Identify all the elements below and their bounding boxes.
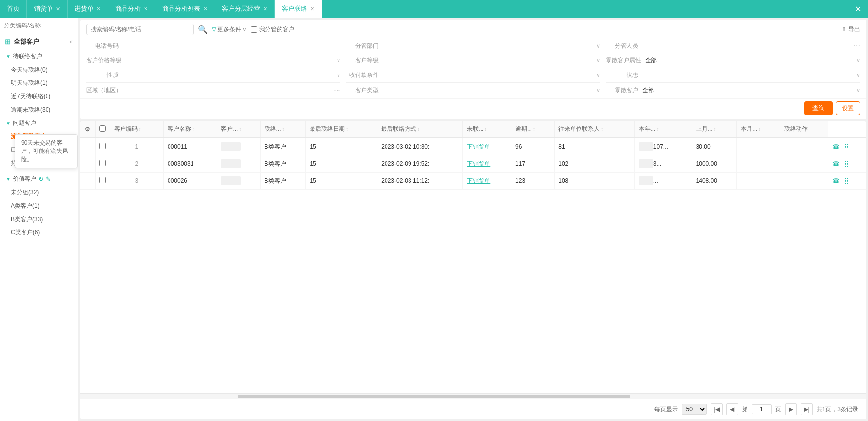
th-contacts[interactable]: 往来单位联系人↕ xyxy=(555,121,635,138)
filter-customer-type-input[interactable] xyxy=(383,87,595,94)
th-contact-num[interactable]: 联络...↕ xyxy=(260,121,306,138)
filter-customer-type-arrow[interactable]: ∨ xyxy=(596,87,600,94)
tab-customer-tier-close[interactable]: ✕ xyxy=(263,6,267,12)
row-actions[interactable]: ☎ ⣿ xyxy=(828,173,866,190)
tab-analysis-list-close[interactable]: ✕ xyxy=(203,6,208,12)
row-checkbox-cell[interactable] xyxy=(95,173,110,190)
first-page-button[interactable]: |◀ xyxy=(711,403,723,415)
tab-analysis-list[interactable]: 商品分析列表 ✕ xyxy=(155,0,215,18)
filter-price-tier-input[interactable] xyxy=(125,57,335,64)
filter-manager-dots[interactable]: ··· xyxy=(854,41,860,50)
sidebar-item-c-class[interactable]: C类客户(6) xyxy=(0,226,78,239)
filter-dept-input[interactable] xyxy=(383,42,595,49)
sidebar-item-overdue[interactable]: 逾期未联络(30) xyxy=(0,103,78,117)
refresh-icon-value[interactable]: ↻ xyxy=(38,175,44,183)
row-method-link[interactable]: 下销货单 xyxy=(467,177,490,184)
th-name[interactable]: 客户名称↕ xyxy=(163,121,217,138)
row-action-phone-icon[interactable]: ☎ xyxy=(832,143,840,150)
row-method-link[interactable]: 下销货单 xyxy=(467,143,490,150)
th-uncontacted[interactable]: 未联...↕ xyxy=(463,121,511,138)
sidebar-item-tomorrow[interactable]: 明天待联络(1) xyxy=(0,76,78,90)
row-last-method[interactable]: 下销货单 xyxy=(463,138,511,155)
row-last-method[interactable]: 下销货单 xyxy=(463,155,511,173)
filter-phone-input[interactable] xyxy=(122,42,340,49)
export-button[interactable]: ⇑ 导出 xyxy=(842,25,860,34)
sidebar-group-value[interactable]: ▼ 价值客户 ↻ ✎ xyxy=(0,173,78,186)
tab-customer-tier[interactable]: 客户分层经营 ✕ xyxy=(215,0,275,18)
row-checkbox[interactable] xyxy=(99,160,106,166)
prev-page-button[interactable]: ◀ xyxy=(726,403,738,415)
tab-analysis-close[interactable]: ✕ xyxy=(144,6,148,12)
th-customer-type[interactable]: 客户...↕ xyxy=(217,121,260,138)
sidebar-search-input[interactable] xyxy=(4,22,77,29)
filter-search-button[interactable]: 🔍 xyxy=(198,25,208,34)
sidebar-item-ungroup[interactable]: 未分组(32) xyxy=(0,186,78,199)
sidebar-group-pending[interactable]: ▼ 待联络客户 xyxy=(0,50,78,63)
filter-customer-tier-arrow[interactable]: ∨ xyxy=(596,57,600,64)
page-number-input[interactable]: 1 xyxy=(752,404,772,414)
tab-sales[interactable]: 销货单 ✕ xyxy=(27,0,68,18)
filter-price-tier-arrow[interactable]: ∨ xyxy=(337,57,340,64)
all-customers-header[interactable]: ⊞ 全部客户 « xyxy=(0,33,78,50)
row-checkbox-cell[interactable] xyxy=(95,155,110,173)
scroll-thumb[interactable] xyxy=(238,395,630,398)
filter-customer-tier-input[interactable] xyxy=(383,57,595,64)
filter-payment-arrow[interactable]: ∨ xyxy=(596,72,600,78)
row-action-more-icon[interactable]: ⣿ xyxy=(844,160,849,167)
tab-purchase-close[interactable]: ✕ xyxy=(96,6,101,12)
th-last-month[interactable]: 上月...↕ xyxy=(692,121,737,138)
filter-dept-arrow[interactable]: ∨ xyxy=(596,43,600,49)
last-page-button[interactable]: ▶| xyxy=(801,403,813,415)
filter-manager-input[interactable] xyxy=(642,42,851,49)
tab-customer-contact-close[interactable]: ✕ xyxy=(310,6,314,12)
tab-purchase[interactable]: 进货单 ✕ xyxy=(68,0,108,18)
filter-retail-attr-arrow[interactable]: ∨ xyxy=(856,57,860,64)
filter-region-dots[interactable]: ··· xyxy=(334,86,340,95)
th-checkbox[interactable] xyxy=(95,121,110,138)
row-action-phone-icon[interactable]: ☎ xyxy=(832,160,840,167)
table-scroll[interactable]: ⚙ 客户编码↕ 客户名称↕ 客户...↕ 联络...↕ 最后联络日期↕ 最后联络… xyxy=(80,121,866,393)
th-settings[interactable]: ⚙ xyxy=(80,121,95,138)
filter-payment-input[interactable] xyxy=(383,72,595,79)
sidebar-group-problem[interactable]: ▼ 问题客户 xyxy=(0,117,78,130)
th-this-year[interactable]: 本年...↕ xyxy=(635,121,692,138)
next-page-button[interactable]: ▶ xyxy=(785,403,797,415)
settings-button[interactable]: 设置 xyxy=(836,101,860,115)
filter-region-input[interactable] xyxy=(125,87,332,94)
filter-more-button[interactable]: ▽ 更多条件 ∨ xyxy=(212,25,247,34)
filter-nature-arrow[interactable]: ∨ xyxy=(337,72,340,78)
th-last-date[interactable]: 最后联络日期↕ xyxy=(306,121,377,138)
th-overdue[interactable]: 逾期...↕ xyxy=(511,121,555,138)
row-action-more-icon[interactable]: ⣿ xyxy=(844,177,849,184)
edit-icon-value[interactable]: ✎ xyxy=(46,175,51,183)
tab-home[interactable]: 首页 xyxy=(0,0,27,18)
filter-status-input[interactable] xyxy=(642,72,854,79)
sidebar-item-a-class[interactable]: A类客户(1) xyxy=(0,199,78,213)
row-checkbox[interactable] xyxy=(99,143,106,149)
th-last-method[interactable]: 最后联络方式↕ xyxy=(377,121,463,138)
sidebar-item-today[interactable]: 今天待联络(0) xyxy=(0,63,78,76)
tab-sales-close[interactable]: ✕ xyxy=(56,6,60,12)
tab-analysis[interactable]: 商品分析 ✕ xyxy=(108,0,155,18)
tab-customer-contact[interactable]: 客户联络 ✕ xyxy=(275,0,322,18)
sidebar-item-b-class[interactable]: B类客户(33) xyxy=(0,213,78,226)
sidebar-collapse-icon[interactable]: « xyxy=(70,38,73,45)
filter-search-input[interactable] xyxy=(86,24,194,35)
row-actions[interactable]: ☎ ⣿ xyxy=(828,155,866,173)
row-action-phone-icon[interactable]: ☎ xyxy=(832,177,840,184)
row-method-link[interactable]: 下销货单 xyxy=(467,160,490,167)
per-page-select[interactable]: 50 100 200 xyxy=(682,404,707,415)
query-button[interactable]: 查询 xyxy=(804,101,833,115)
window-close-button[interactable]: ✕ xyxy=(848,4,868,14)
row-action-more-icon[interactable]: ⣿ xyxy=(844,143,849,150)
sidebar-item-7days[interactable]: 近7天待联络(0) xyxy=(0,90,78,103)
horizontal-scrollbar[interactable] xyxy=(80,393,866,399)
row-checkbox-cell[interactable] xyxy=(95,138,110,155)
row-last-method[interactable]: 下销货单 xyxy=(463,173,511,190)
my-customers-checkbox[interactable] xyxy=(251,26,257,33)
row-checkbox[interactable] xyxy=(99,177,106,183)
row-actions[interactable]: ☎ ⣿ xyxy=(828,138,866,155)
my-customers-check[interactable]: 我分管的客户 xyxy=(251,25,294,34)
select-all-checkbox[interactable] xyxy=(99,125,106,132)
filter-status-arrow[interactable]: ∨ xyxy=(856,72,860,78)
